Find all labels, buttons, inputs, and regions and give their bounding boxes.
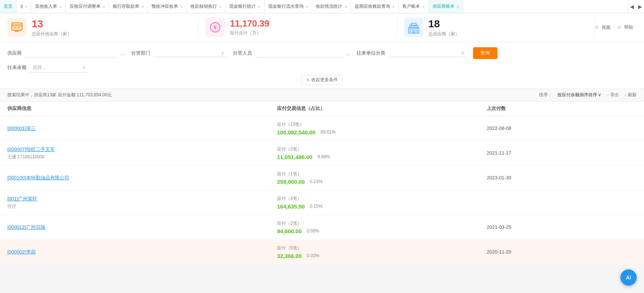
payable-amount-number: 11,170.39 (230, 18, 389, 29)
nav-tab-overdue-ar[interactable]: 超期应收账款查询 × (351, 0, 399, 13)
sort-select[interactable]: 按应付余额倒序排序 ∨ (557, 92, 601, 98)
filter-row-2: 往来余额 选择... ∨ (7, 63, 637, 73)
top-navigation: 首页 3 × 其他收入单 × 应收应付调整单 × 银行存取款单 × 预收冲应收单… (0, 0, 644, 13)
last-pay-cell: 2021-03-25 (487, 224, 637, 230)
stat-total-suppliers-info: 18 总供应商（家） (428, 18, 587, 37)
tx-amount[interactable]: 11,051,486.00 (277, 154, 312, 160)
nav-tab-ar-ap-adjust-label: 应收应付调整单 (70, 3, 101, 10)
filter-supplier: 供应商 ... (7, 49, 125, 58)
nav-tab-receipt-verify[interactable]: 收款核销执行 × (187, 0, 225, 13)
total-suppliers-label: 总供应商（家） (428, 31, 587, 37)
nav-tab-other-income[interactable]: 其他收入单 × (31, 0, 66, 13)
balance-select-text: 选择... (32, 64, 81, 71)
tx-row: 11,051,486.00 9.89% (277, 154, 487, 160)
supplier-dots-icon[interactable]: ... (120, 50, 125, 56)
svg-rect-0 (12, 23, 22, 30)
close-icon[interactable]: × (103, 4, 105, 9)
tx-row: 258,000.00 0.23% (277, 179, 487, 185)
close-icon[interactable]: × (219, 4, 221, 9)
nav-tab-supplier-book[interactable]: 供应商账本 × (429, 0, 463, 13)
last-pay-cell: 2023-01-30 (487, 175, 637, 180)
supplier-sub: 仔仔 (7, 203, 277, 210)
supplier-cell: [000100]本特勤油品有限公司 (7, 175, 277, 181)
close-icon[interactable]: × (141, 4, 144, 9)
nav-tab-cash-bank-query[interactable]: 现金银行流水查询 × (265, 0, 312, 13)
close-icon[interactable]: × (422, 4, 424, 9)
supplier-link[interactable]: [000007]恒旺二手叉车 (7, 146, 277, 153)
filter-dept: 分管部门 ∨ (131, 49, 227, 57)
divider: | (613, 25, 615, 30)
col-header-supplier: 供应商信息 (7, 105, 277, 112)
nav-tab-customer-book[interactable]: 客户账本 × (399, 0, 428, 13)
export-button[interactable]: ○ 导出 (606, 92, 619, 98)
refresh-label: 刷新 (628, 92, 637, 98)
supplier-label: 供应商 (7, 50, 22, 56)
collapse-button[interactable]: ∧ 收起更多条件 (301, 75, 342, 85)
close-icon[interactable]: × (180, 4, 182, 9)
category-label: 往来单位分类 (357, 50, 385, 56)
payable-suppliers-icon (7, 18, 27, 37)
tx-amount[interactable]: 94,600.00 (277, 228, 302, 234)
table-row: [000002]李四 应付（5笔） 32,366.00 0.03% 2020-1… (0, 240, 644, 265)
nav-tab-3[interactable]: 3 × (17, 0, 31, 13)
nav-tab-customer-book-label: 客户账本 (402, 3, 420, 10)
tx-label: 应付（4笔） (277, 196, 487, 202)
col-header-lastpay: 上次付数 (487, 105, 637, 112)
nav-tab-home[interactable]: 首页 (0, 0, 17, 13)
video-link[interactable]: 视频 (602, 24, 610, 31)
close-icon[interactable]: × (258, 4, 260, 9)
category-select[interactable]: ∨ (388, 49, 467, 57)
nav-tab-other-income-label: 其他收入单 (35, 3, 57, 10)
person-dots-icon[interactable]: ... (346, 50, 351, 56)
close-icon[interactable]: × (306, 4, 308, 9)
refresh-button[interactable]: ○ 刷新 (624, 92, 637, 98)
tx-label: 应付（1笔） (277, 171, 487, 177)
close-icon[interactable]: × (344, 4, 347, 9)
tx-amount[interactable]: 32,366.00 (277, 253, 302, 259)
supplier-link[interactable]: [000012]广州贝瑞 (7, 224, 277, 231)
payable-amount-icon: ¥ (206, 18, 225, 37)
tx-row: 164,635.90 0.15% (277, 203, 487, 210)
close-icon[interactable]: × (25, 4, 27, 9)
filter-area: 供应商 ... 分管部门 ∨ 分管人员 ... 往来单位分类 ∨ (0, 42, 644, 89)
close-icon[interactable]: × (59, 4, 62, 9)
tx-percent: 0.15% (310, 204, 322, 209)
supplier-link[interactable]: [001]广州荣轩 (7, 196, 277, 202)
nav-arrow-left[interactable]: ◀ (628, 0, 636, 13)
nav-arrows: ◀ ▶ (628, 0, 644, 13)
tx-amount[interactable]: 100,092,540.00 (277, 129, 315, 135)
tx-amount[interactable]: 164,635.90 (277, 203, 305, 210)
supplier-cell: [001]广州荣轩 仔仔 (7, 196, 277, 210)
nav-tab-cash-bank-stat[interactable]: 现金银行统计 × (225, 0, 264, 13)
supplier-link[interactable]: [000002]李四 (7, 249, 277, 255)
nav-tab-advance-ar[interactable]: 预收冲应收单 × (148, 0, 186, 13)
supplier-link[interactable]: [000001]张三 (7, 125, 277, 132)
last-pay-cell: 2022-08-08 (487, 125, 637, 131)
dept-select[interactable]: ∨ (153, 49, 227, 57)
table-row: [000012]广州贝瑞 应付（2笔） 94,600.00 0.08% 2021… (0, 215, 644, 240)
sort-value: 按应付余额倒序排序 (557, 92, 597, 98)
filter-balance: 往来余额 选择... ∨ (7, 63, 103, 73)
supplier-link[interactable]: [000100]本特勤油品有限公司 (7, 175, 277, 181)
person-input[interactable] (255, 49, 343, 58)
query-button[interactable]: 查询 (473, 47, 497, 59)
svg-rect-17 (412, 30, 415, 33)
supplier-input[interactable] (25, 49, 118, 58)
balance-select[interactable]: 选择... ∨ (29, 63, 88, 73)
tx-percent: 9.89% (318, 154, 330, 159)
svg-text:¥: ¥ (214, 24, 217, 30)
close-icon[interactable]: × (392, 4, 395, 9)
nav-tab-bank-deposit[interactable]: 银行存取款单 × (109, 0, 148, 13)
filter-row-1: 供应商 ... 分管部门 ∨ 分管人员 ... 往来单位分类 ∨ (7, 47, 637, 59)
tx-amount[interactable]: 258,000.00 (277, 179, 305, 185)
close-icon[interactable]: × (457, 4, 459, 9)
help-link[interactable]: 帮助 (624, 24, 633, 31)
nav-tab-receipt-stat[interactable]: 收款情况统计 × (312, 0, 351, 13)
nav-arrow-right[interactable]: ▶ (636, 0, 644, 13)
svg-rect-4 (18, 27, 20, 28)
filter-category: 往来单位分类 ∨ (357, 49, 467, 57)
nav-tab-ar-ap-adjust[interactable]: 应收应付调整单 × (66, 0, 109, 13)
tx-label: 应付（2笔） (277, 146, 487, 152)
stat-payable-suppliers: 13 总应付供应商（家） (7, 18, 198, 37)
payable-suppliers-label: 总应付供应商（家） (32, 31, 190, 37)
